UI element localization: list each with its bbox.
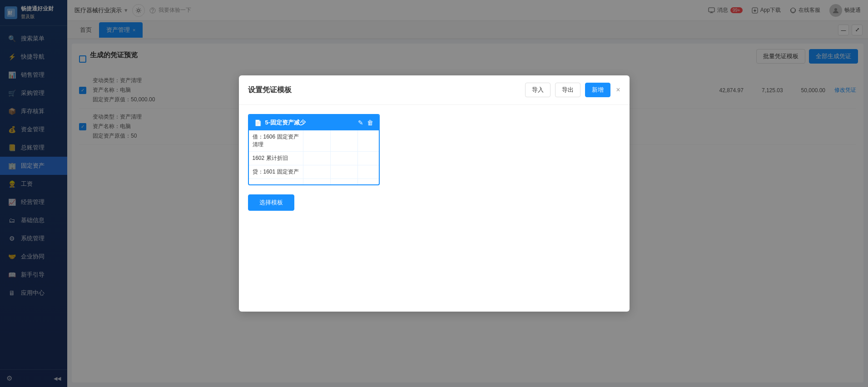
close-icon[interactable]: ×: [616, 86, 620, 94]
template-cell-2: [303, 165, 331, 179]
template-row: 借：1606 固定资产清理: [249, 130, 379, 152]
template-card-body: 借：1606 固定资产清理 1602 累计折旧 贷：1601 固定资产: [249, 130, 379, 184]
template-cell-3: [331, 165, 358, 179]
import-button[interactable]: 导入: [525, 83, 551, 97]
template-cell-3: [331, 152, 358, 165]
new-button[interactable]: 新增: [585, 83, 610, 97]
export-button[interactable]: 导出: [555, 83, 580, 97]
template-row: [249, 179, 379, 184]
template-header-actions: ✎ 🗑: [358, 119, 373, 126]
template-cell-2: [303, 152, 331, 165]
template-cell-label: 借：1606 固定资产清理: [249, 130, 303, 151]
template-cell-2: [303, 130, 331, 151]
modal-toolbar: 导入 导出 新增: [525, 83, 610, 97]
template-cell-4: [358, 130, 380, 151]
template-cell-4: [358, 179, 380, 184]
modal-body: 📄 5-固定资产减少 ✎ 🗑 借：1606 固定资产清理 1602 累计折旧: [239, 105, 630, 312]
template-name: 5-固定资产减少: [265, 119, 306, 127]
template-cell-3: [331, 179, 358, 184]
template-row: 贷：1601 固定资产: [249, 165, 379, 179]
document-icon: 📄: [254, 119, 262, 126]
template-row: 1602 累计折旧: [249, 152, 379, 165]
template-card: 📄 5-固定资产减少 ✎ 🗑 借：1606 固定资产清理 1602 累计折旧: [248, 114, 380, 185]
template-cell-2: [303, 179, 331, 184]
template-cell-4: [358, 152, 380, 165]
modal-header: 设置凭证模板 导入 导出 新增 ×: [239, 75, 630, 105]
select-template-button[interactable]: 选择模板: [248, 194, 294, 211]
delete-icon[interactable]: 🗑: [367, 119, 373, 126]
template-header-left: 📄 5-固定资产减少: [254, 119, 306, 127]
template-cell-label: [249, 179, 303, 184]
template-cell-4: [358, 165, 380, 179]
template-cell-3: [331, 130, 358, 151]
modal-title: 设置凭证模板: [248, 85, 292, 95]
template-card-header: 📄 5-固定资产减少 ✎ 🗑: [249, 115, 379, 130]
template-cell-label: 贷：1601 固定资产: [249, 165, 303, 179]
template-cell-label: 1602 累计折旧: [249, 152, 303, 165]
modal-dialog: 设置凭证模板 导入 导出 新增 × 📄 5-固定资产减少 ✎: [239, 75, 630, 312]
edit-icon[interactable]: ✎: [358, 119, 363, 126]
